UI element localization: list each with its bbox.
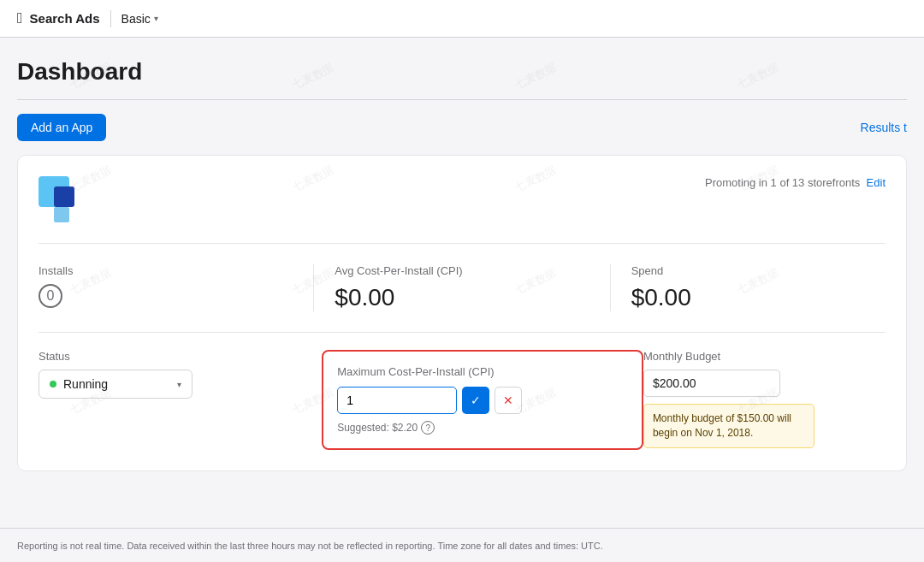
installs-value-icon: 0 [38,284,62,308]
budget-notice: Monthly budget of $150.00 will begin on … [643,404,814,448]
cpi-confirm-button[interactable]: ✓ [462,387,489,414]
status-value: Running [63,377,170,391]
status-col: Status Running ▾ [38,350,301,399]
status-chevron-icon: ▾ [177,380,181,389]
edit-link[interactable]: Edit [867,176,886,189]
footer-text: Reporting is not real time. Data receive… [17,541,603,551]
app-card: Promoting in 1 of 13 storefronts Edit In… [17,155,907,471]
spend-label: Spend [631,264,886,277]
app-icon [38,176,85,222]
cpi-cancel-button[interactable]: ✕ [495,387,522,414]
promoting-label: Promoting in 1 of 13 storefronts [705,176,860,189]
brand-name: Search Ads [30,11,100,26]
main-content: Dashboard Add an App Results t Promoting… [0,38,924,528]
plan-selector[interactable]: Basic ▾ [121,12,158,26]
page-title: Dashboard [17,58,907,86]
cpi-avg-label: Avg Cost-Per-Install (CPI) [335,264,589,277]
cpi-suggested-row: Suggested: $2.20 ? [337,421,628,435]
controls-row: Status Running ▾ Maximum Cost-Per-Instal… [38,332,886,450]
spend-metric: Spend $0.00 [631,264,886,311]
promoting-text: Promoting in 1 of 13 storefronts Edit [705,176,886,189]
icon-square-medium-blue [54,207,69,222]
status-dropdown[interactable]: Running ▾ [38,370,192,399]
brand-logo:  Search Ads [17,9,100,27]
app-icon-area [38,176,85,222]
budget-label: Monthly Budget [643,350,886,363]
cancel-icon: ✕ [503,393,513,407]
budget-input[interactable] [643,370,780,397]
apple-icon:  [17,9,23,27]
cpi-metric: Avg Cost-Per-Install (CPI) $0.00 [335,264,610,311]
cpi-avg-value: $0.00 [335,284,589,311]
cpi-input-section: Maximum Cost-Per-Install (CPI) ✓ ✕ Sugge… [322,350,643,450]
budget-col: Monthly Budget Monthly budget of $150.00… [643,350,886,448]
cpi-max-label: Maximum Cost-Per-Install (CPI) [337,365,628,378]
installs-metric: Installs 0 [38,264,314,311]
spend-value: $0.00 [631,284,886,311]
status-dot-icon [50,381,56,387]
suggested-text: Suggested: $2.20 [337,422,418,434]
plan-label: Basic [121,12,151,26]
cpi-input[interactable] [337,387,457,414]
checkmark-icon: ✓ [471,393,481,407]
footer: Reporting is not real time. Data receive… [0,528,924,562]
cpi-input-row: ✓ ✕ [337,387,628,414]
add-app-button[interactable]: Add an App [17,114,106,141]
plan-chevron-icon: ▾ [154,14,158,23]
toolbar: Add an App Results t [17,100,907,155]
status-label: Status [38,350,281,363]
app-row: Promoting in 1 of 13 storefronts Edit [38,176,886,222]
icon-square-dark-blue [54,186,74,207]
installs-zero: 0 [47,288,55,304]
nav-divider [110,10,111,27]
info-icon[interactable]: ? [421,421,435,435]
topnav:  Search Ads Basic ▾ [0,0,924,38]
metrics-row: Installs 0 Avg Cost-Per-Install (CPI) $0… [38,243,886,311]
results-link[interactable]: Results t [861,121,907,134]
dashboard-header: Dashboard [17,38,907,100]
installs-label: Installs [38,264,293,277]
